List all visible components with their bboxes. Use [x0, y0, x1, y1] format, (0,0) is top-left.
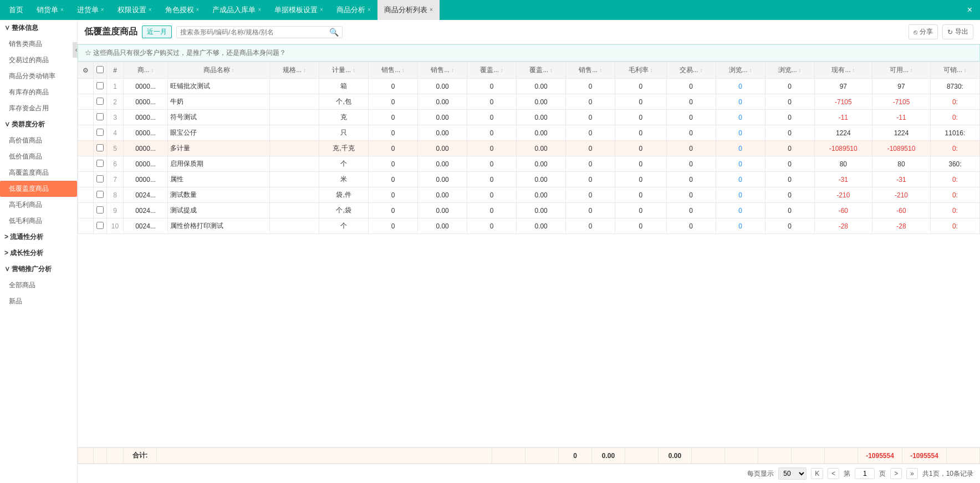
row-checkbox-cell[interactable] — [94, 156, 107, 172]
sidebar-section-growth[interactable]: > 成长性分析 — [0, 245, 77, 261]
nav-product-analysis-list[interactable]: 商品分析列表 × — [377, 0, 440, 20]
nav-roles[interactable]: 角色授权 × — [159, 0, 206, 20]
nav-purchase[interactable]: 进货单 × — [70, 0, 111, 20]
nav-permissions[interactable]: 权限设置 × — [111, 0, 159, 20]
available-col-header[interactable]: 可用... — [872, 62, 931, 79]
export-btn[interactable]: ↻ 导出 — [942, 24, 973, 39]
row-browse1[interactable]: 0 — [716, 203, 765, 218]
unit-col-header[interactable]: 计量... — [319, 62, 369, 79]
coverage1-col-header[interactable]: 覆盖... — [467, 62, 517, 79]
window-close-btn[interactable]: × — [962, 5, 978, 15]
row-settings[interactable] — [78, 218, 94, 234]
sidebar-collapse-btn[interactable]: « — [73, 42, 78, 58]
row-checkbox-cell[interactable] — [94, 110, 107, 125]
row-settings[interactable] — [78, 156, 94, 172]
row-checkbox-cell[interactable] — [94, 187, 107, 203]
checkbox-col-header[interactable] — [94, 62, 107, 79]
row-browse1[interactable]: 0 — [716, 172, 765, 187]
row-settings[interactable] — [78, 125, 94, 141]
row-checkbox[interactable] — [96, 222, 104, 229]
page-size-select[interactable]: 50 100 200 — [778, 467, 807, 480]
sidebar-item-stock-capital[interactable]: 库存资金占用 — [0, 100, 77, 116]
row-checkbox[interactable] — [96, 206, 104, 213]
row-settings[interactable] — [78, 94, 94, 110]
sales-amt-col-header[interactable]: 销售... — [418, 62, 467, 79]
first-page-btn[interactable]: K — [811, 468, 823, 479]
prev-page-btn[interactable]: < — [828, 468, 839, 479]
nav-template[interactable]: 单据模板设置 × — [268, 0, 330, 20]
share-btn[interactable]: ⎋ 分享 — [908, 24, 938, 39]
sidebar-item-low-margin[interactable]: 低毛利商品 — [0, 213, 77, 229]
current-stock-col-header[interactable]: 现有... — [814, 62, 872, 79]
sidebar-section-marketing[interactable]: ∨ 营销推广分析 — [0, 261, 77, 277]
row-checkbox[interactable] — [96, 113, 104, 120]
sidebar-item-high-coverage[interactable]: 高覆盖度商品 — [0, 165, 77, 181]
gross-rate-col-header[interactable]: 毛利率 — [615, 62, 666, 79]
row-checkbox[interactable] — [96, 82, 104, 89]
row-checkbox-cell[interactable] — [94, 94, 107, 110]
sidebar-item-high-value[interactable]: 高价值商品 — [0, 133, 77, 149]
row-browse1[interactable]: 0 — [716, 218, 765, 234]
page-input[interactable] — [855, 468, 875, 479]
row-checkbox-cell[interactable] — [94, 141, 107, 156]
row-checkbox-cell[interactable] — [94, 125, 107, 141]
next-page-btn[interactable]: > — [890, 468, 902, 479]
row-browse1[interactable]: 0 — [716, 187, 765, 203]
sellable-col-header[interactable]: 可销... — [930, 62, 979, 79]
row-browse1[interactable]: 0 — [716, 141, 765, 156]
row-checkbox[interactable] — [96, 144, 104, 151]
trade-col-header[interactable]: 交易... — [666, 62, 716, 79]
nav-production[interactable]: 产成品入库单 × — [206, 0, 268, 20]
time-filter-btn[interactable]: 近一月 — [142, 26, 172, 38]
row-checkbox[interactable] — [96, 191, 104, 198]
sidebar-item-new-goods[interactable]: 新品 — [0, 293, 77, 309]
sidebar-item-in-stock[interactable]: 有库存的商品 — [0, 84, 77, 100]
row-settings[interactable] — [78, 187, 94, 203]
row-checkbox[interactable] — [96, 160, 104, 167]
nav-sales-order[interactable]: 销货单 × — [30, 0, 70, 20]
last-page-btn[interactable]: » — [906, 468, 918, 479]
row-checkbox-cell[interactable] — [94, 218, 107, 234]
browse1-col-header[interactable]: 浏览... — [716, 62, 765, 79]
row-checkbox[interactable] — [96, 129, 104, 136]
row-settings[interactable] — [78, 79, 94, 94]
row-settings[interactable] — [78, 203, 94, 218]
row-settings[interactable] — [78, 110, 94, 125]
search-icon[interactable]: 🔍 — [329, 28, 339, 37]
row-browse1[interactable]: 0 — [716, 79, 765, 94]
nav-product-analysis[interactable]: 商品分析 × — [330, 0, 377, 20]
search-input[interactable] — [180, 28, 329, 36]
code-col-header[interactable]: 商... — [124, 62, 168, 79]
sidebar-item-low-coverage[interactable]: 低覆盖度商品 — [0, 181, 77, 197]
sales-qty-col-header[interactable]: 销售... — [369, 62, 418, 79]
row-checkbox[interactable] — [96, 175, 104, 182]
sales-x-col-header[interactable]: 销售... — [566, 62, 615, 79]
settings-col-header[interactable]: ⚙ — [78, 62, 94, 79]
coverage2-col-header[interactable]: 覆盖... — [517, 62, 566, 79]
sidebar-item-all-goods[interactable]: 全部商品 — [0, 277, 77, 293]
sidebar-item-high-margin[interactable]: 高毛利商品 — [0, 197, 77, 213]
spec-col-header[interactable]: 规格... — [270, 62, 319, 79]
sidebar-section-cluster[interactable]: ∨ 类群度分析 — [0, 116, 77, 133]
row-checkbox-cell[interactable] — [94, 79, 107, 94]
nav-home[interactable]: 首页 — [2, 0, 30, 20]
sidebar-item-category-sales[interactable]: 商品分类动销率 — [0, 68, 77, 84]
sidebar-section-liquidity[interactable]: > 流通性分析 — [0, 229, 77, 245]
row-settings[interactable] — [78, 172, 94, 187]
row-settings[interactable] — [78, 141, 94, 156]
row-checkbox-cell[interactable] — [94, 172, 107, 187]
row-checkbox-cell[interactable] — [94, 203, 107, 218]
row-browse1[interactable]: 0 — [716, 156, 765, 172]
select-all-checkbox[interactable] — [96, 66, 104, 73]
row-checkbox[interactable] — [96, 98, 104, 105]
sidebar-item-low-value[interactable]: 低价值商品 — [0, 149, 77, 165]
sidebar-section-overall[interactable]: ∨ 整体信息 — [0, 20, 77, 36]
row-browse1[interactable]: 0 — [716, 125, 765, 141]
sidebar-item-sales-goods[interactable]: 销售类商品 — [0, 36, 77, 52]
sidebar-item-traded-goods[interactable]: 交易过的商品 — [0, 52, 77, 68]
browse2-col-header[interactable]: 浏览... — [765, 62, 814, 79]
row-browse1[interactable]: 0 — [716, 94, 765, 110]
row-browse1[interactable]: 0 — [716, 110, 765, 125]
row-trade: 0 — [666, 156, 716, 172]
name-col-header[interactable]: 商品名称 — [168, 62, 270, 79]
